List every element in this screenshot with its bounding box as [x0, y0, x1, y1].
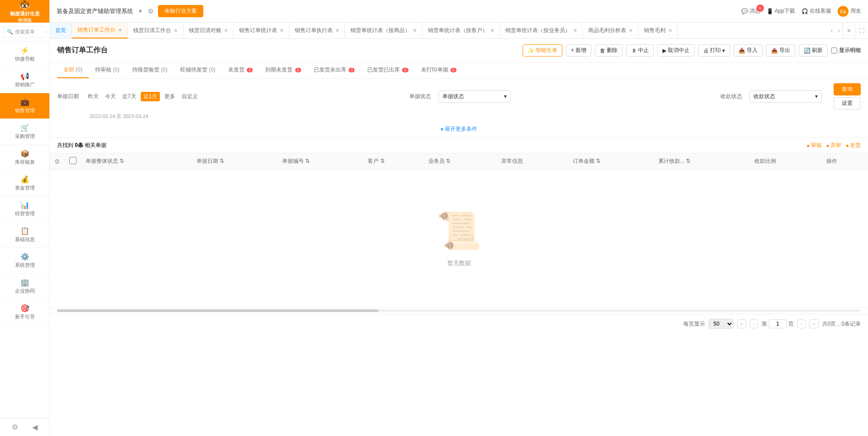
export-btn[interactable]: 📤 导出 [766, 44, 795, 57]
tab-scroll-right-btn[interactable]: › [835, 28, 843, 34]
date-1month-btn[interactable]: 近1月 [141, 92, 160, 101]
ship-action-btn[interactable]: ● 发货 [846, 142, 861, 149]
solution-btn[interactable]: 体验行业方案 [158, 5, 203, 17]
app-download-btn[interactable]: 📱 App下载 [767, 7, 795, 15]
next-page-btn[interactable]: › [797, 319, 806, 328]
scrollbar-thumb[interactable] [57, 309, 379, 312]
pause-btn[interactable]: ⏸ 中止 [626, 44, 654, 57]
date-yesterday-btn[interactable]: 昨天 [86, 92, 101, 101]
tab-sales-stat-product[interactable]: 销货单统计表（按商品） ✕ [345, 23, 422, 38]
sidebar-item-purchase[interactable]: 🛒 采购管理 [0, 119, 49, 145]
search-menu-btn[interactable]: 🔍 搜索菜单 [3, 26, 47, 38]
tab-home[interactable]: 首页 [50, 23, 72, 38]
revoke-icon: ● [826, 142, 830, 149]
col-amount[interactable]: 订单金额 ⇅ [568, 153, 654, 170]
sidebar-item-inventory[interactable]: 📦 库存核算 [0, 145, 49, 171]
tab-fullscreen-btn[interactable]: ⛶ [855, 23, 868, 38]
sidebar-settings-btn[interactable]: ⚙ [12, 423, 18, 431]
import-btn[interactable]: 📥 导入 [734, 44, 762, 57]
tab-cash-reconcile[interactable]: 钱货日清对账 ✕ [183, 23, 234, 38]
tab-sales-order-close[interactable]: ✕ [118, 28, 122, 33]
tab-sales-exec-close[interactable]: ✕ [336, 28, 339, 33]
tab-sales-stat[interactable]: 销售订单统计表 ✕ [234, 23, 289, 38]
user-menu-btn[interactable]: Ea 用友 [838, 6, 861, 17]
online-service-btn[interactable]: 🎧 在线客服 [801, 7, 831, 15]
tab-cash-daily[interactable]: 钱货日清工作台 ✕ [128, 23, 183, 38]
sidebar-item-sales[interactable]: 💼 销售管理 [0, 93, 49, 119]
page-number-input[interactable] [769, 319, 787, 328]
sub-tab-wangpu[interactable]: 旺铺待发货 (0) [174, 62, 222, 78]
query-btn[interactable]: 查询 [834, 83, 861, 95]
tab-sales-stat-product-close[interactable]: ✕ [413, 28, 417, 33]
refresh-btn[interactable]: 🔄 刷新 [799, 44, 828, 57]
tab-sales-stat-customer[interactable]: 销货单统计表（按客户） ✕ [422, 23, 500, 38]
tab-sales-exec[interactable]: 销售订单执行表 ✕ [289, 23, 345, 38]
settings-filter-btn[interactable]: 设置 [834, 97, 861, 109]
table-settings-icon[interactable]: ⚙ [54, 158, 60, 165]
tab-cash-reconcile-close[interactable]: ✕ [224, 28, 228, 33]
add-btn[interactable]: + 新增 [566, 44, 591, 57]
cancel-pause-btn[interactable]: ▶ 取消中止 [657, 44, 695, 57]
sub-tab-all[interactable]: 全部 (0) [57, 62, 89, 78]
tab-sales-stat-customer-close[interactable]: ✕ [490, 28, 494, 33]
date-custom-btn[interactable]: 自定义 [180, 92, 200, 101]
tab-product-margin[interactable]: 商品毛利分析表 ✕ [583, 23, 638, 38]
col-customer[interactable]: 客户 ⇅ [363, 153, 423, 170]
payment-select[interactable]: 收款状态 ▾ [749, 90, 822, 103]
smart-generate-btn[interactable]: ✨ 智能生单 [523, 44, 562, 57]
tab-sales-order[interactable]: 销售订单工作台 ✕ [72, 23, 128, 38]
revoke-action-btn[interactable]: ● 弃审 [826, 142, 841, 149]
tab-cash-daily-close[interactable]: ✕ [174, 28, 177, 33]
sub-tab-shipped-not-out[interactable]: 已发货未出库 0 [307, 62, 361, 78]
message-btn[interactable]: 💬 消息 6 [741, 7, 760, 15]
tab-product-margin-close[interactable]: ✕ [629, 28, 633, 33]
page-size-select[interactable]: 50 10 20 100 [709, 319, 734, 329]
date-more-btn[interactable]: 更多 [163, 92, 177, 101]
status-select[interactable]: 单据状态 ▾ [438, 90, 511, 103]
sidebar-item-enterprise[interactable]: 🏢 企业协同 [0, 274, 49, 299]
tab-sales-profit-close[interactable]: ✕ [668, 28, 672, 33]
filter-row-date-range: 2023-02-24 至 2023-03-24 [57, 113, 861, 120]
date-7days-btn[interactable]: 近7天 [120, 92, 138, 101]
sidebar-item-base-info[interactable]: 📋 基础信息 [0, 222, 49, 248]
sidebar-search-area[interactable]: 🔍 搜索菜单 [0, 23, 49, 42]
sub-tab-pending-review[interactable]: 待审核 (0) [89, 62, 126, 78]
sidebar-collapse-btn[interactable]: ◀ [32, 423, 38, 431]
review-action-btn[interactable]: ● 审核 [806, 142, 821, 149]
show-detail-label[interactable]: 显示明细 [831, 47, 861, 54]
topbar-settings-btn[interactable]: ⚙ [148, 7, 153, 15]
tab-sales-stat-close[interactable]: ✕ [280, 28, 283, 33]
sidebar-item-system[interactable]: ⚙️ 系统管理 [0, 248, 49, 274]
sub-tab-shipped-out[interactable]: 已发货已出库 0 [361, 62, 414, 78]
topbar-dropdown-icon[interactable]: ▼ [138, 8, 143, 14]
tab-sales-profit[interactable]: 销售毛利 ✕ [638, 23, 678, 38]
show-detail-checkbox[interactable] [831, 47, 837, 53]
tab-sales-stat-staff[interactable]: 销货单统计表（按业务员） ✕ [500, 23, 583, 38]
last-page-btn[interactable]: » [809, 319, 819, 328]
sidebar-item-operations[interactable]: 📊 经营管理 [0, 196, 49, 222]
col-status[interactable]: 单据整体状态 ⇅ [81, 153, 192, 170]
print-btn[interactable]: 🖨 打印 ▾ [698, 44, 730, 57]
tab-close-all-btn[interactable]: ✕ [843, 23, 855, 38]
first-page-btn[interactable]: « [737, 319, 747, 328]
prev-page-btn[interactable]: ‹ [750, 319, 758, 328]
sidebar-item-guide[interactable]: 🎯 新手引导 [0, 299, 49, 325]
col-date[interactable]: 单据日期 ⇅ [192, 153, 278, 170]
select-all-checkbox[interactable] [69, 157, 77, 164]
sub-tab-not-printed[interactable]: 未打印单据 0 [415, 62, 463, 78]
delete-btn[interactable]: 🗑 删除 [595, 44, 623, 57]
sidebar-item-quick-nav[interactable]: ⚡ 快捷导航 [0, 42, 49, 67]
col-number[interactable]: 单据编号 ⇅ [278, 153, 363, 170]
date-today-btn[interactable]: 今天 [103, 92, 118, 101]
finance-icon: 💰 [20, 175, 29, 184]
tab-scroll-left-btn[interactable]: ‹ [828, 28, 835, 34]
tab-sales-stat-staff-close[interactable]: ✕ [573, 28, 577, 33]
sub-tab-pending-inspect[interactable]: 待拣货验货 (0) [126, 62, 174, 78]
sidebar-item-finance[interactable]: 💰 资金管理 [0, 171, 49, 196]
expand-filters-btn[interactable]: ▾ 展开更多条件 [441, 125, 477, 133]
sidebar-item-marketing[interactable]: 📢 营销推广 [0, 67, 49, 93]
col-staff[interactable]: 业务员 ⇅ [424, 153, 497, 170]
col-collected[interactable]: 累计收款... ⇅ [654, 153, 750, 170]
sub-tab-overdue[interactable]: 到期未发货 0 [259, 62, 307, 78]
sub-tab-not-shipped[interactable]: 未发货 0 [222, 62, 259, 78]
